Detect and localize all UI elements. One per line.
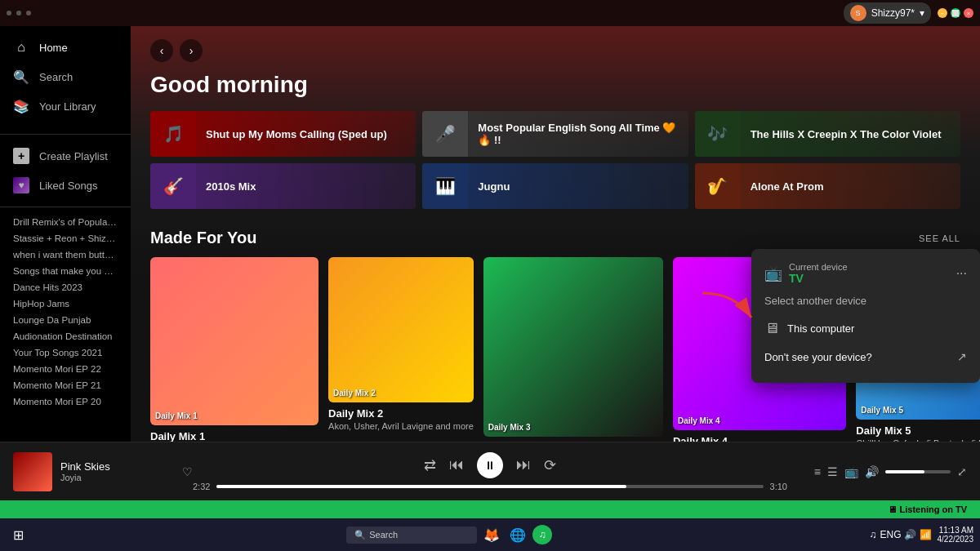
sidebar-item-home[interactable]: ⌂ Home	[0, 33, 131, 62]
library-icon: 📚	[13, 98, 29, 114]
sidebar-item-library[interactable]: 📚 Your Library	[0, 91, 131, 121]
page-title: Good morning	[150, 72, 960, 98]
tv-icon: 📺	[764, 264, 782, 282]
quick-card-label-0: Shut up My Moms Calling (Sped up)	[196, 128, 397, 140]
device-popup: 📺 Current device TV ··· Select another d…	[751, 249, 980, 383]
taskbar-browser-icon[interactable]: 🌐	[506, 523, 529, 546]
volume-bar[interactable]	[885, 470, 951, 473]
playlist-item-10[interactable]: Momento Mori EP 22	[0, 361, 131, 377]
back-button[interactable]: ‹	[150, 39, 173, 62]
player-info: Pink Skies Joyia	[60, 460, 167, 482]
network-icon[interactable]: 📶	[920, 529, 932, 540]
spotify-tray-icon[interactable]: ♫	[869, 529, 876, 540]
quick-card-img-0: 🎵	[150, 111, 196, 157]
quick-card-5[interactable]: 🎷 Alone At Prom	[695, 163, 960, 209]
minimize-button[interactable]: −	[938, 8, 947, 18]
playlist-item-8[interactable]: Audionation Destination	[0, 328, 131, 344]
dont-see-device-option[interactable]: Don't see your device? ↗	[764, 344, 967, 370]
shuffle-button[interactable]: ⇄	[424, 456, 436, 474]
mix-card-img-1: Daily Mix 2	[328, 257, 474, 402]
devices-icon[interactable]: 📺	[844, 465, 858, 478]
mix-card-img-2: Daily Mix 3	[483, 257, 663, 437]
quick-card-1[interactable]: 🎤 Most Popular English Song All Time 🧡 🔥…	[422, 111, 688, 157]
player-left: Pink Skies Joyia ♡	[13, 452, 193, 491]
lyrics-icon[interactable]: ≡	[814, 465, 821, 478]
volume-tray-icon[interactable]: 🔊	[904, 529, 916, 540]
time-total: 3:10	[770, 482, 787, 491]
playlist-item-12[interactable]: Momento Mori EP 20	[0, 393, 131, 410]
playlist-item-9[interactable]: Your Top Songs 2021	[0, 344, 131, 361]
quick-card-label-4: Jugnu	[468, 180, 519, 193]
quick-card-2[interactable]: 🎶 The Hills X Creepin X The Color Violet	[695, 111, 960, 157]
quick-card-4[interactable]: 🎹 Jugnu	[422, 163, 688, 209]
playlist-item-5[interactable]: Dance Hits 2023	[0, 279, 131, 295]
device-more-icon[interactable]: ···	[956, 266, 967, 281]
quick-card-label-1: Most Popular English Song All Time 🧡 🔥 !…	[468, 122, 688, 146]
previous-button[interactable]: ⏮	[449, 456, 464, 473]
mix-card-2[interactable]: Daily Mix 3 Daily Mix 3 Sidhu Moose Wala…	[483, 257, 663, 442]
taskbar-spotify-icon[interactable]: ♫	[532, 525, 552, 544]
close-button[interactable]: ×	[964, 8, 973, 18]
taskbar-firefox-icon[interactable]: 🦊	[480, 523, 503, 546]
sidebar-item-create-playlist[interactable]: + Create Playlist	[0, 141, 131, 171]
this-computer-option[interactable]: 🖥 This computer	[764, 313, 967, 344]
quick-card-img-3: 🎸	[150, 163, 196, 209]
sidebar-item-liked-songs[interactable]: ♥ Liked Songs	[0, 171, 131, 200]
heart-button[interactable]: ♡	[182, 465, 193, 478]
now-playing-artist: Joyia	[60, 473, 167, 482]
mix-card-title-1: Daily Mix 2	[328, 407, 474, 420]
windows-start-button[interactable]: ⊞	[7, 523, 29, 546]
quick-card-0[interactable]: 🎵 Shut up My Moms Calling (Sped up)	[150, 111, 416, 157]
quick-card-label-2: The Hills X Creepin X The Color Violet	[741, 128, 951, 140]
queue-icon[interactable]: ☰	[827, 465, 838, 478]
taskbar-search[interactable]: 🔍 Search	[346, 527, 477, 544]
mix-card-0[interactable]: Daily Mix 1 Daily Mix 1 Metro Boomin, Tr…	[150, 257, 318, 442]
playlist-item-11[interactable]: Momento Mori EP 21	[0, 377, 131, 393]
sidebar-divider-1	[0, 134, 131, 135]
volume-icon[interactable]: 🔊	[865, 465, 879, 478]
player-right: ≡ ☰ 📺 🔊 ⤢	[787, 465, 967, 478]
lang-icon: ENG	[880, 529, 901, 540]
sidebar-label-home: Home	[39, 42, 68, 54]
playlist-item-2[interactable]: Stassie + Reon + Shizzy97*	[0, 230, 131, 247]
quick-card-img-2: 🎶	[695, 111, 741, 157]
this-computer-label: This computer	[787, 322, 854, 335]
mix-card-1[interactable]: Daily Mix 2 Daily Mix 2 Akon, Usher, Avr…	[328, 257, 474, 442]
sidebar-label-create: Create Playlist	[39, 150, 108, 162]
fullscreen-icon[interactable]: ⤢	[957, 465, 967, 478]
user-menu[interactable]: S Shizzy97* ▾	[844, 2, 931, 24]
playlist-item-4[interactable]: Songs that make you want t...	[0, 263, 131, 279]
title-bar-dots	[7, 11, 31, 16]
current-device-name: TV	[789, 272, 848, 285]
mix-card-title-3: Daily Mix 4	[673, 435, 846, 442]
clock-time: 11:13 AM	[937, 526, 973, 535]
quick-card-img-4: 🎹	[422, 163, 468, 209]
playlist-item-6[interactable]: HipHop Jams	[0, 295, 131, 312]
next-button[interactable]: ⏭	[516, 456, 531, 473]
play-pause-button[interactable]: ⏸	[477, 452, 503, 478]
playlist-item-7[interactable]: Lounge Da Punjab	[0, 312, 131, 328]
maximize-button[interactable]: ⬜	[951, 8, 960, 18]
mix-card-title-4: Daily Mix 5	[856, 424, 980, 437]
quick-card-3[interactable]: 🎸 2010s Mix	[150, 163, 416, 209]
playlist-item-3[interactable]: when i want them butterflies...	[0, 247, 131, 263]
playlist-item-1[interactable]: Drill Remix's of Popular Songs	[0, 214, 131, 230]
liked-songs-icon: ♥	[13, 177, 29, 193]
taskbar-search-icon: 🔍	[354, 530, 366, 540]
mix-card-inner-0: Daily Mix 1	[150, 257, 318, 425]
quick-access-grid: 🎵 Shut up My Moms Calling (Sped up) 🎤 Mo…	[150, 111, 960, 209]
chevron-down-icon: ▾	[920, 7, 924, 19]
repeat-button[interactable]: ⟳	[544, 456, 556, 474]
taskbar: ⊞ 🔍 Search 🦊 🌐 ♫ ♫ ENG 🔊 📶 11:13 AM 4/22…	[0, 518, 980, 551]
title-bar-right: S Shizzy97* ▾ − ⬜ ×	[844, 2, 973, 24]
device-current: 📺 Current device TV ···	[764, 262, 967, 285]
quick-card-img-5: 🎷	[695, 163, 741, 209]
see-all-button[interactable]: SEE ALL	[919, 233, 960, 243]
volume-fill	[885, 470, 924, 473]
username: Shizzy97*	[871, 7, 915, 19]
quick-card-label-3: 2010s Mix	[196, 180, 265, 193]
sidebar-item-search[interactable]: 🔍 Search	[0, 62, 131, 91]
select-device-title: Select another device	[764, 295, 967, 307]
forward-button[interactable]: ›	[180, 39, 203, 62]
progress-bar[interactable]	[216, 485, 763, 488]
